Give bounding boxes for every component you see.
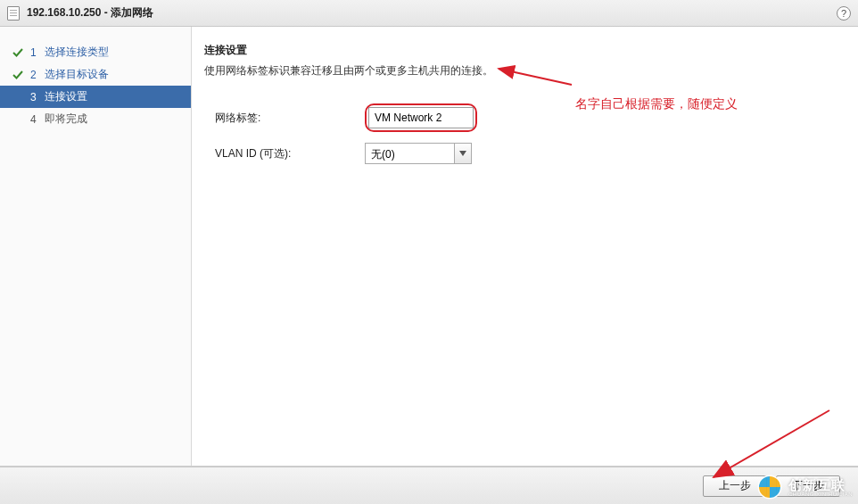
content-subheading: 使用网络标签标识兼容迁移且由两个或更多主机共用的连接。 (204, 63, 840, 78)
vlan-label: VLAN ID (可选): (204, 146, 365, 161)
step-label: 选择目标设备 (45, 67, 109, 82)
annotation-text: 名字自己根据需要，随便定义 (575, 96, 738, 112)
content-heading: 连接设置 (204, 43, 840, 58)
help-button[interactable]: ? (837, 6, 851, 21)
wizard-sidebar: 1 选择连接类型 2 选择目标设备 3 连接设置 4 即将完成 (0, 27, 192, 466)
wizard-footer: 上一步 下一步 (0, 467, 858, 504)
wizard-step-4[interactable]: 4 即将完成 (0, 108, 191, 130)
step-label: 即将完成 (45, 112, 87, 127)
vlan-select[interactable]: 无(0) (365, 143, 472, 164)
step-number: 2 (30, 69, 39, 81)
step-number: 1 (30, 46, 39, 59)
window-title: 192.168.10.250 - 添加网络 (27, 5, 153, 21)
check-icon (12, 47, 23, 58)
step-label: 连接设置 (45, 89, 87, 104)
wizard-step-1[interactable]: 1 选择连接类型 (0, 41, 191, 63)
network-label-label: 网络标签: (204, 111, 365, 126)
wizard-step-3[interactable]: 3 连接设置 (0, 86, 191, 108)
annotation-highlight-box (365, 103, 477, 132)
host-icon (7, 6, 20, 21)
step-label: 选择连接类型 (45, 45, 109, 60)
step-number: 3 (30, 91, 39, 103)
wizard-content: 连接设置 使用网络标签标识兼容迁移且由两个或更多主机共用的连接。 网络标签: V… (192, 27, 858, 466)
prev-button[interactable]: 上一步 (703, 475, 767, 497)
vlan-select-value: 无(0) (365, 143, 454, 164)
check-icon (12, 70, 23, 80)
vlan-row: VLAN ID (可选): 无(0) (204, 143, 840, 164)
network-label-input[interactable] (368, 107, 474, 128)
titlebar: 192.168.10.250 - 添加网络 ? (0, 0, 858, 27)
wizard-step-2[interactable]: 2 选择目标设备 (0, 63, 191, 86)
chevron-down-icon (459, 151, 466, 156)
wizard-body: 1 选择连接类型 2 选择目标设备 3 连接设置 4 即将完成 连接设置 (0, 27, 858, 467)
step-number: 4 (30, 113, 39, 126)
next-button[interactable]: 下一步 (776, 475, 840, 497)
network-label-row: 网络标签: (204, 103, 840, 132)
vlan-select-dropdown-button[interactable] (454, 143, 472, 164)
